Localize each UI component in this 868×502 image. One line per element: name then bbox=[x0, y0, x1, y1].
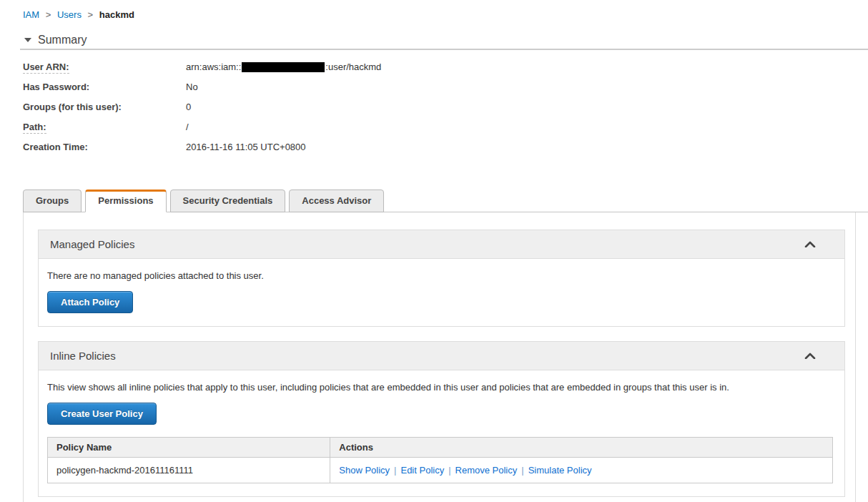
policy-actions-cell: Show Policy|Edit Policy|Remove Policy|Si… bbox=[330, 458, 833, 483]
action-separator: | bbox=[394, 465, 396, 476]
arn-suffix: :user/hackmd bbox=[325, 61, 381, 72]
field-label-path[interactable]: Path: bbox=[23, 122, 46, 134]
summary-title: Summary bbox=[38, 33, 87, 47]
tab-bar: Groups Permissions Security Credentials … bbox=[23, 190, 868, 212]
field-label-groups: Groups (for this user): bbox=[23, 102, 122, 112]
tab-access-advisor[interactable]: Access Advisor bbox=[289, 190, 384, 212]
action-separator: | bbox=[448, 465, 450, 476]
field-label-creation-time-wrap: Creation Time: bbox=[23, 142, 186, 153]
field-label-has-password-wrap: Has Password: bbox=[23, 82, 186, 93]
inline-policies-title: Inline Policies bbox=[50, 350, 116, 362]
field-label-has-password: Has Password: bbox=[23, 82, 89, 92]
redacted-account-id bbox=[242, 62, 325, 72]
field-label-user-arn-wrap: User ARN: bbox=[23, 61, 186, 73]
table-header-row: Policy Name Actions bbox=[48, 438, 833, 458]
summary-divider bbox=[20, 49, 868, 50]
breadcrumb-link-users[interactable]: Users bbox=[57, 9, 82, 20]
permissions-tab-panel: Managed Policies There are no managed po… bbox=[23, 212, 856, 502]
field-label-creation-time: Creation Time: bbox=[23, 142, 88, 152]
column-header-policy-name: Policy Name bbox=[48, 438, 330, 458]
simulate-policy-link[interactable]: Simulate Policy bbox=[528, 465, 592, 476]
iam-user-detail-page: { "breadcrumb": { "separator": ">", "ite… bbox=[0, 0, 868, 502]
tab-groups[interactable]: Groups bbox=[23, 190, 82, 212]
managed-policies-body: There are no managed policies attached t… bbox=[39, 259, 844, 326]
action-separator: | bbox=[521, 465, 523, 476]
chevron-up-icon[interactable] bbox=[804, 353, 816, 359]
managed-policies-section: Managed Policies There are no managed po… bbox=[38, 230, 845, 327]
breadcrumb-link-iam[interactable]: IAM bbox=[23, 9, 39, 20]
managed-policies-header[interactable]: Managed Policies bbox=[39, 230, 844, 259]
collapse-triangle-icon bbox=[24, 38, 31, 42]
inline-policies-description: This view shows all inline policies that… bbox=[47, 382, 833, 393]
field-label-path-wrap: Path: bbox=[23, 122, 186, 133]
arn-prefix: arn:aws:iam:: bbox=[186, 61, 241, 72]
field-row-creation-time: Creation Time: 2016-11-16 11:05 UTC+0800 bbox=[23, 142, 868, 153]
edit-policy-link[interactable]: Edit Policy bbox=[400, 465, 444, 476]
field-value-path: / bbox=[186, 122, 189, 133]
field-value-has-password: No bbox=[186, 82, 198, 93]
chevron-up-icon[interactable] bbox=[804, 241, 816, 247]
breadcrumb: IAM > Users > hackmd bbox=[0, 0, 868, 21]
summary-section-toggle[interactable]: Summary bbox=[24, 33, 124, 47]
remove-policy-link[interactable]: Remove Policy bbox=[455, 465, 518, 476]
breadcrumb-current-user: hackmd bbox=[99, 9, 134, 20]
field-value-user-arn: arn:aws:iam:::user/hackmd bbox=[186, 61, 381, 73]
field-label-groups-wrap: Groups (for this user): bbox=[23, 102, 186, 113]
inline-policies-table: Policy Name Actions policygen-hackmd-201… bbox=[47, 437, 833, 483]
field-row-user-arn: User ARN: arn:aws:iam:::user/hackmd bbox=[23, 61, 868, 73]
show-policy-link[interactable]: Show Policy bbox=[339, 465, 390, 476]
breadcrumb-separator: > bbox=[46, 9, 51, 20]
policy-name-cell: policygen-hackmd-201611161111 bbox=[48, 458, 330, 483]
tab-permissions[interactable]: Permissions bbox=[85, 190, 166, 212]
inline-policies-header[interactable]: Inline Policies bbox=[39, 342, 844, 370]
field-value-groups: 0 bbox=[186, 102, 191, 113]
field-row-path: Path: / bbox=[23, 122, 868, 133]
inline-policies-body: This view shows all inline policies that… bbox=[39, 370, 844, 496]
field-row-groups: Groups (for this user): 0 bbox=[23, 102, 868, 113]
inline-policies-section: Inline Policies This view shows all inli… bbox=[38, 341, 845, 497]
summary-fields: User ARN: arn:aws:iam:::user/hackmd Has … bbox=[23, 61, 868, 153]
managed-policies-title: Managed Policies bbox=[50, 238, 134, 250]
create-user-policy-button[interactable]: Create User Policy bbox=[47, 403, 157, 425]
field-value-creation-time: 2016-11-16 11:05 UTC+0800 bbox=[186, 142, 306, 153]
managed-policies-empty-text: There are no managed policies attached t… bbox=[47, 270, 833, 282]
attach-policy-button[interactable]: Attach Policy bbox=[47, 291, 133, 313]
field-row-has-password: Has Password: No bbox=[23, 82, 868, 93]
tab-security-credentials[interactable]: Security Credentials bbox=[170, 190, 286, 212]
column-header-actions: Actions bbox=[330, 438, 833, 458]
breadcrumb-separator: > bbox=[88, 9, 94, 20]
table-row: policygen-hackmd-201611161111 Show Polic… bbox=[48, 458, 833, 483]
field-label-user-arn[interactable]: User ARN: bbox=[23, 61, 69, 74]
